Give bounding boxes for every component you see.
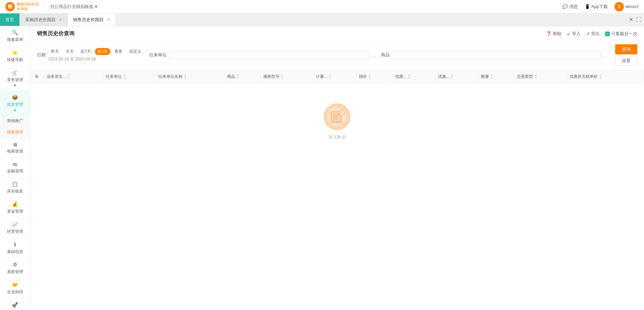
col-pre-tax[interactable]: 优惠前无税单价 ▲▼ [567,70,644,83]
message-icon: 💬 [562,4,568,9]
username-label: demo2 [625,4,639,9]
tab-purchase-history[interactable]: 采购历史价跟踪 ✕ [20,13,68,26]
svg-text:?: ? [340,111,342,115]
help-button[interactable]: ❓ 帮助 [546,31,561,37]
sidebar-salesmgmt-label: 销售管理 [7,130,23,135]
main-layout: 🔍 搜索菜单 ⭐ 快捷导航 🛒 零售管理 ▼ 📦 批发管理 ▲ 营销推广 销售管… [0,26,644,310]
sidebar-quicknav-label: 快捷导航 [7,57,23,63]
search-icon: 🔍 [12,30,18,36]
product-label: 商品 [381,52,390,58]
product-input[interactable] [392,51,601,59]
date-options: 昨天 今天 近7天 近1月 更多 自定义 [48,48,144,55]
only-last-checkbox[interactable]: ✓ 只看最后一次 [605,31,637,37]
partner-dots[interactable]: ... [371,52,375,58]
empty-svg: ? [327,107,347,127]
logo-icon: 畅 [5,2,15,11]
col-unit[interactable]: 计量... ▲▼ [313,70,356,83]
help-icon: ❓ [546,31,551,36]
tab-purchase-close[interactable]: ✕ [59,17,62,22]
tab-home-label: 首页 [5,17,14,23]
date-btn-7days[interactable]: 近7天 [78,48,94,55]
sidebar-item-sales-mgmt[interactable]: 销售管理 [0,127,30,138]
message-label: 消息 [569,4,578,10]
retail-icon: 🛒 [12,70,18,76]
col-partner-code[interactable]: 往来单位 ▲▼ [103,70,156,83]
sidebar-item-basic-info[interactable]: ℹ 基础信息 [0,238,30,258]
tab-sales-history[interactable]: 销售历史价跟踪 ✕ [68,13,116,26]
sidebar-item-purchase[interactable]: 🛍 采购管理 [0,158,30,178]
setting-button[interactable]: 设置 [615,56,637,66]
col-quantity[interactable]: 数量 ▲▼ [478,70,514,83]
product-dots[interactable]: ... [603,52,607,58]
sidebar-item-finance[interactable]: 💰 资金管理 [0,198,30,218]
operations-icon: 📈 [12,221,18,227]
col-product[interactable]: 商品 ▲▼ [224,70,261,83]
message-button[interactable]: 💬 消息 [562,4,578,10]
tab-bar: 首页 采购历史价跟踪 ✕ 销售历史价跟踪 ✕ ✕ ⛶ [0,13,644,26]
sidebar-item-inventory[interactable]: 📋 库存核算 [0,178,30,198]
date-btn-more[interactable]: 更多 [112,48,125,55]
import-label: 导入 [572,31,581,37]
inventory-icon: 📋 [12,181,18,187]
info-icon: ℹ [14,242,16,248]
sidebar-item-enterprise[interactable]: 🤝 企业协同 [0,278,30,299]
date-btn-1month[interactable]: 近1月 [95,48,111,55]
col-discount2[interactable]: 优惠... ▲▼ [435,70,478,83]
user-menu[interactable]: D demo2 [614,2,639,11]
wholesale-icon: 📦 [12,94,18,100]
enterprise-icon: 🤝 [12,282,18,288]
col-partner-name[interactable]: 往来单位名称 ▲▼ [156,70,224,83]
date-btn-today[interactable]: 今天 [63,48,76,55]
date-btn-yesterday[interactable]: 昨天 [48,48,62,55]
tab-home[interactable]: 首页 [0,13,20,26]
tab-purchase-label: 采购历史价跟踪 [25,17,56,23]
sort-icon: ▲▼ [281,73,283,80]
col-settings: ⚙ [30,70,44,83]
table-container: ⚙ 业务发生... ▲▼ 往来单位 ▲▼ [30,70,644,310]
maximize-button[interactable]: ⛶ [636,17,641,23]
sidebar-item-wholesale[interactable]: 📦 批发管理 ▲ [0,91,30,115]
finance-icon: 💰 [12,201,18,207]
partner-filter-group: 往来单位 ... [149,51,375,59]
date-btn-custom[interactable]: 自定义 [126,48,144,55]
top-header: 畅 畅捷信好生意 标准版 办公用品行业模拟账套 ▾ 💬 消息 📱 App下载 D… [0,0,644,13]
sidebar-item-marketing[interactable]: 营销推广 [0,115,30,127]
logo-text: 畅捷信好生意 标准版 [17,2,39,11]
content-area: 销售历史价查询 ❓ 帮助 ↙ 导入 ↗ 导出 ✓ 只看最后一次 [30,26,644,310]
only-last-label: 只看最后一次 [611,31,637,37]
star-icon: ⭐ [12,50,18,56]
sidebar-sub-wholesale: 营销推广 销售管理 [0,115,30,138]
close-tab-button[interactable]: ✕ [629,16,633,23]
header-left: 畅 畅捷信好生意 标准版 办公用品行业模拟账套 ▾ [5,2,97,11]
tab-sales-close[interactable]: ✕ [107,17,110,22]
sidebar-enterprise-label: 企业协同 [7,289,23,295]
sidebar-item-system[interactable]: ⚙ 系统管理 [0,258,30,278]
sidebar-item-quick-nav[interactable]: ⭐ 快捷导航 [0,46,30,66]
date-range-text: 2023-02-18 至 2023-03-18 [48,56,144,62]
sidebar-item-operations[interactable]: 📈 经营管理 [0,218,30,238]
col-quote[interactable]: 报价 ▲▼ [356,70,392,83]
col-spec[interactable]: 规格型号 ▲▼ [261,70,313,83]
sidebar-item-search[interactable]: 🔍 搜索菜单 [0,26,30,46]
export-icon: ↗ [586,31,590,36]
export-button[interactable]: ↗ 导出 [586,31,600,37]
rocket-icon: 🚀 [12,302,18,308]
settings-icon[interactable]: ⚙ [35,74,39,79]
sort-icon: ▲▼ [368,73,371,80]
breadcrumb-select[interactable]: 办公用品行业模拟账套 ▾ [50,4,97,10]
import-button[interactable]: ↙ 导入 [567,31,581,37]
col-biz-date[interactable]: 业务发生... ▲▼ [44,70,103,83]
sidebar-item-ecommerce[interactable]: 🖥 电商管理 [0,138,30,158]
col-discount1[interactable]: 优惠... ▲▼ [392,70,435,83]
sidebar-item-beginner[interactable]: 🚀 新手引导 [0,299,30,310]
sort-icon: ▲▼ [599,73,602,80]
col-trade-type[interactable]: 交易类型 ▲▼ [514,70,567,83]
sidebar-item-retail[interactable]: 🛒 零售管理 ▼ [0,66,30,91]
empty-image: ? [324,103,351,130]
breadcrumb-text: 办公用品行业模拟账套 [50,4,94,10]
app-download-button[interactable]: 📱 App下载 [585,4,608,10]
sidebar-system-label: 系统管理 [7,269,23,275]
partner-input[interactable] [169,51,369,59]
header-divider [44,3,45,10]
query-button[interactable]: 查询 [615,44,637,54]
